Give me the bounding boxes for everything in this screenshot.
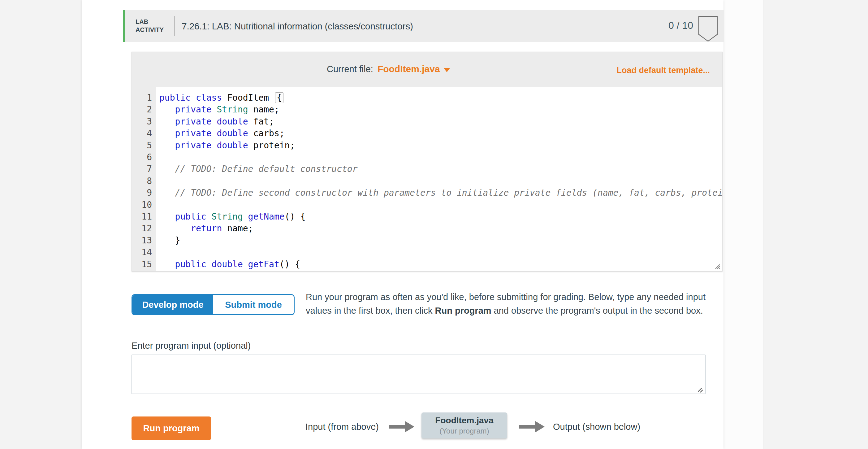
code-line: public class FoodItem { bbox=[159, 92, 722, 104]
code-line: } bbox=[159, 235, 722, 246]
code-lines: public class FoodItem { private String n… bbox=[156, 87, 722, 271]
lab-activity-header: LAB ACTIVITY 7.26.1: LAB: Nutritional in… bbox=[123, 10, 724, 42]
code-editor[interactable]: 12345678910111213141516 public class Foo… bbox=[132, 87, 722, 271]
editor-resize-grip-icon[interactable] bbox=[713, 262, 720, 269]
code-line: private double protein; bbox=[159, 140, 722, 151]
line-number: 14 bbox=[132, 246, 152, 258]
code-line: public double getFat() { bbox=[159, 259, 722, 270]
code-line bbox=[159, 151, 722, 163]
mode-tabs: Develop mode Submit mode bbox=[131, 294, 294, 315]
flow-input-label: Input (from above) bbox=[303, 421, 379, 432]
code-line: return name; bbox=[159, 222, 722, 234]
textarea-resize-grip-icon[interactable] bbox=[695, 386, 704, 394]
flow-arrow-icon bbox=[389, 421, 415, 432]
flow-program-subtitle: (Your program) bbox=[422, 427, 507, 436]
instructions-part2: and observe the program's output in the … bbox=[491, 306, 703, 316]
line-number: 11 bbox=[132, 211, 152, 222]
line-number: 3 bbox=[132, 116, 152, 127]
line-number: 6 bbox=[132, 151, 152, 163]
line-number: 5 bbox=[132, 140, 152, 151]
line-numbers: 12345678910111213141516 bbox=[132, 87, 156, 271]
code-line bbox=[159, 199, 722, 211]
flow-program-title: FoodItem.java bbox=[422, 416, 507, 425]
code-line: private double carbs; bbox=[159, 127, 722, 139]
line-number: 8 bbox=[132, 175, 152, 187]
line-number: 1 bbox=[132, 92, 152, 104]
code-line: public String getName() { bbox=[159, 211, 722, 222]
lab-badge-line2: ACTIVITY bbox=[135, 26, 164, 34]
line-number: 12 bbox=[132, 222, 152, 234]
line-number: 7 bbox=[132, 163, 152, 175]
score-text: 0 / 10 bbox=[669, 20, 693, 31]
code-line: // TODO: Define default constructor bbox=[159, 163, 722, 175]
tab-develop-mode[interactable]: Develop mode bbox=[132, 295, 213, 314]
current-file-label: Current file: bbox=[327, 64, 373, 74]
code-line: // TODO: Define second constructor with … bbox=[159, 187, 722, 199]
line-number: 4 bbox=[132, 127, 152, 139]
current-file-name: FoodItem.java bbox=[377, 64, 440, 74]
instructions-bold: Run program bbox=[435, 306, 491, 316]
load-default-template-link[interactable]: Load default template... bbox=[616, 66, 710, 75]
code-line: private double fat; bbox=[159, 116, 722, 127]
content-side-band bbox=[723, 0, 764, 449]
line-number: 15 bbox=[132, 259, 152, 270]
line-number: 10 bbox=[132, 199, 152, 211]
header-divider bbox=[174, 16, 175, 36]
line-number: 16 bbox=[132, 270, 152, 271]
program-input-label: Enter program input (optional) bbox=[131, 340, 251, 351]
code-line: private String name; bbox=[159, 104, 722, 116]
code-line bbox=[159, 175, 722, 187]
bookmark-icon bbox=[698, 16, 718, 42]
line-number: 2 bbox=[132, 104, 152, 116]
flow-arrow-icon bbox=[519, 421, 545, 432]
file-bar: Current file: FoodItem.java Load default… bbox=[132, 52, 722, 87]
activity-title: 7.26.1: LAB: Nutritional information (cl… bbox=[182, 21, 413, 32]
lab-badge-line1: LAB bbox=[135, 18, 164, 26]
tab-submit-mode[interactable]: Submit mode bbox=[213, 295, 294, 314]
code-editor-card: Current file: FoodItem.java Load default… bbox=[131, 52, 722, 272]
code-line: return fat; bbox=[159, 270, 722, 271]
flow-output-label: Output (shown below) bbox=[553, 421, 640, 432]
run-program-button[interactable]: Run program bbox=[131, 417, 211, 440]
program-input-textarea[interactable] bbox=[131, 355, 706, 394]
flow-program-box: FoodItem.java (Your program) bbox=[422, 413, 507, 439]
current-file-select[interactable]: Current file: FoodItem.java bbox=[327, 64, 450, 74]
line-number: 9 bbox=[132, 187, 152, 199]
chevron-down-icon bbox=[444, 68, 450, 72]
line-number: 13 bbox=[132, 235, 152, 246]
instructions-text: Run your program as often as you'd like,… bbox=[306, 290, 719, 318]
code-line bbox=[159, 246, 722, 258]
lab-activity-badge: LAB ACTIVITY bbox=[135, 18, 164, 34]
